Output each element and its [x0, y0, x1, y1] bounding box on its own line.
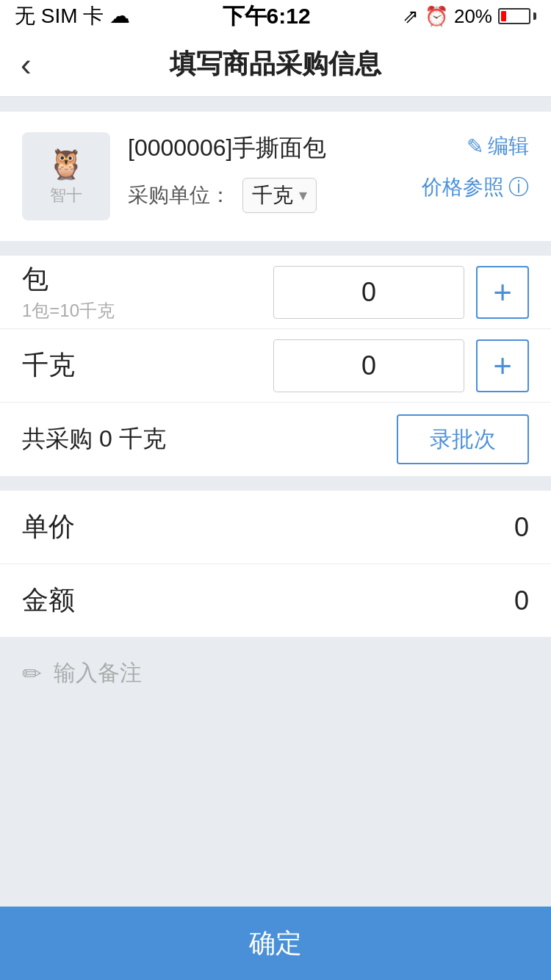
content-blank — [0, 709, 551, 915]
battery-icon — [498, 8, 536, 24]
nav-bar: ‹ 填写商品采购信息 — [0, 32, 551, 97]
status-right: ⇗ ⏰ 20% — [403, 5, 536, 28]
edit-button[interactable]: ✎ 编辑 — [467, 132, 529, 160]
confirm-button[interactable]: 确定 — [0, 907, 551, 980]
product-thumbnail: 🦉 智十 — [22, 132, 110, 220]
back-button[interactable]: ‹ — [21, 48, 32, 81]
product-right: ✎ 编辑 价格参照 ⓘ — [422, 132, 529, 201]
total-text: 共采购 0 千克 — [22, 423, 166, 455]
page-title: 填写商品采购信息 — [170, 46, 381, 82]
status-left: 无 SIM 卡 ☁ — [15, 2, 130, 30]
unit-price-row: 单价 0 — [0, 491, 551, 564]
edit-icon: ✎ — [467, 134, 483, 159]
product-card: 🦉 智十 [0000006]手撕面包 采购单位： 千克 ▾ ✎ 编辑 价格参照 … — [0, 112, 551, 241]
status-bar: 无 SIM 卡 ☁ 下午6:12 ⇗ ⏰ 20% — [0, 0, 551, 32]
amount-row: 金额 0 — [0, 564, 551, 638]
battery-percent: 20% — [454, 5, 492, 28]
kg-label: 千克 — [22, 347, 110, 383]
price-section: 单价 0 金额 0 — [0, 491, 551, 638]
total-section: 共采购 0 千克 录批次 — [0, 403, 551, 476]
divider-price — [0, 476, 551, 491]
input-row-bag: 包 1包=10千克 + — [0, 256, 551, 329]
bag-label-main: 包 — [22, 262, 115, 298]
unit-price-label: 单价 — [22, 509, 75, 545]
bag-label: 包 1包=10千克 — [22, 262, 115, 323]
amount-label: 金额 — [22, 583, 75, 619]
kg-quantity-input[interactable] — [273, 339, 464, 392]
batch-label: 录批次 — [430, 425, 496, 455]
unit-value: 千克 — [252, 181, 293, 209]
price-ref-button[interactable]: 价格参照 ⓘ — [422, 173, 529, 201]
alarm-icon: ⏰ — [425, 5, 448, 28]
help-icon: ⓘ — [508, 173, 529, 201]
remark-placeholder: 输入备注 — [54, 658, 142, 688]
unit-label: 采购单位： — [128, 181, 231, 209]
divider-mid — [0, 241, 551, 256]
product-info: [0000006]手撕面包 采购单位： 千克 ▾ — [128, 132, 404, 213]
batch-button[interactable]: 录批次 — [397, 414, 529, 464]
input-row-kg: 千克 + — [0, 329, 551, 403]
chevron-down-icon: ▾ — [299, 186, 307, 205]
edit-label: 编辑 — [488, 132, 529, 160]
amount-value: 0 — [514, 586, 529, 616]
product-thumb-label: 智十 — [50, 184, 82, 206]
unit-select[interactable]: 千克 ▾ — [242, 178, 317, 213]
bag-quantity-input[interactable] — [273, 266, 464, 319]
total-row: 共采购 0 千克 录批次 — [0, 403, 551, 476]
kg-plus-button[interactable]: + — [476, 339, 529, 392]
input-section: 包 1包=10千克 + 千克 + — [0, 256, 551, 403]
location-icon: ⇗ — [403, 5, 419, 28]
kg-label-main: 千克 — [22, 347, 110, 383]
product-unit-row: 采购单位： 千克 ▾ — [128, 178, 404, 213]
remark-section[interactable]: ✏ 输入备注 — [0, 638, 551, 709]
bag-plus-button[interactable]: + — [476, 266, 529, 319]
unit-price-value: 0 — [514, 512, 529, 543]
kg-input-right: + — [110, 339, 529, 392]
bag-label-sub: 1包=10千克 — [22, 299, 115, 323]
pencil-icon: ✏ — [22, 660, 42, 688]
bag-input-right: + — [115, 266, 529, 319]
confirm-label: 确定 — [249, 926, 302, 962]
product-owl-icon: 🦉 — [48, 147, 84, 181]
price-ref-label: 价格参照 — [422, 173, 504, 201]
divider-top — [0, 97, 551, 112]
product-name: [0000006]手撕面包 — [128, 132, 404, 165]
sim-label: 无 SIM 卡 ☁ — [15, 2, 130, 30]
status-time: 下午6:12 — [223, 1, 311, 32]
